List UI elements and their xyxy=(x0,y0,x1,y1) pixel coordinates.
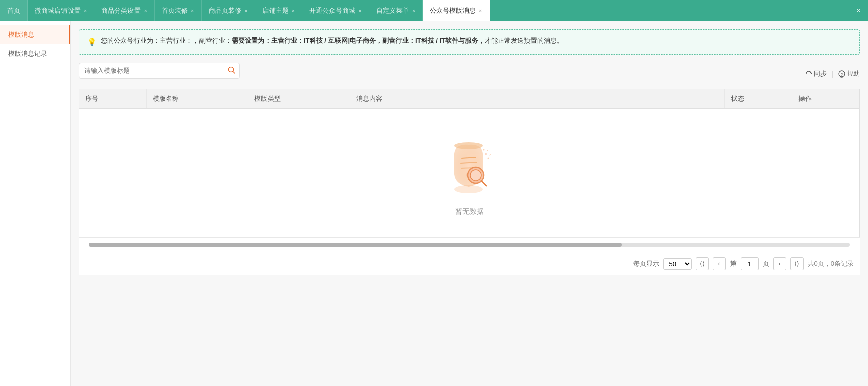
prev-page-button[interactable]: ‹ xyxy=(713,257,726,270)
nav-tab-product-decor-label: 商品页装修 xyxy=(209,6,241,15)
help-icon: ? xyxy=(838,70,845,78)
nav-tab-weshop-settings-label: 微商城店铺设置 xyxy=(35,6,81,15)
col-header-type: 模版类型 xyxy=(248,89,350,109)
industry-alert: 💡 您的公众号行业为：主营行业：，副营行业：需要设置为：主营行业：IT科技 / … xyxy=(79,29,860,55)
sidebar-item-template-message-records-label: 模版消息记录 xyxy=(8,50,47,57)
sync-button[interactable]: 同步 xyxy=(805,69,827,79)
help-button[interactable]: ? 帮助 xyxy=(838,69,860,79)
main-content: 💡 您的公众号行业为：主营行业：，副营行业：需要设置为：主营行业：IT科技 / … xyxy=(71,21,868,386)
alert-suffix: 才能正常发送预置的消息。 xyxy=(485,37,563,44)
nav-tab-shop-theme[interactable]: 店铺主题 × xyxy=(255,0,302,21)
col-header-index: 序号 xyxy=(79,89,147,109)
sync-label: 同步 xyxy=(814,69,827,79)
nav-tab-homepage-decor[interactable]: 首页装修 × xyxy=(155,0,202,21)
close-open-mall-icon[interactable]: × xyxy=(358,8,361,14)
empty-state-icon xyxy=(439,139,500,199)
close-product-category-icon[interactable]: × xyxy=(144,8,147,14)
next-page-icon: › xyxy=(779,260,781,267)
next-page-button[interactable]: › xyxy=(773,257,786,270)
close-shop-theme-icon[interactable]: × xyxy=(292,8,295,14)
sidebar-item-template-message-records[interactable]: 模版消息记录 xyxy=(0,44,70,63)
nav-tab-home[interactable]: 首页 xyxy=(0,0,28,21)
nav-tab-product-category[interactable]: 商品分类设置 × xyxy=(94,0,154,21)
page-size-label: 每页显示 xyxy=(633,259,659,268)
help-label: 帮助 xyxy=(847,69,860,79)
svg-point-14 xyxy=(483,149,484,151)
svg-line-16 xyxy=(489,154,491,155)
sync-icon xyxy=(805,70,812,78)
scrollbar-track[interactable] xyxy=(89,243,850,247)
alert-prefix: 您的公众号行业为：主营行业：，副营行业： xyxy=(101,37,232,44)
nav-tab-template-msg-label: 公众号模版消息 xyxy=(430,6,476,15)
close-all-tabs-button[interactable]: × xyxy=(849,6,868,15)
sidebar-item-template-message-label: 模版消息 xyxy=(8,31,34,38)
close-all-icon: × xyxy=(856,6,861,15)
data-table: 序号 模版名称 模版类型 消息内容 状态 操作 xyxy=(79,89,860,237)
data-table-wrapper: 序号 模版名称 模版类型 消息内容 状态 操作 xyxy=(79,89,860,237)
nav-tab-template-msg[interactable]: 公众号模版消息 × xyxy=(423,0,489,21)
svg-point-9 xyxy=(470,170,481,181)
current-page-prefix: 第 xyxy=(730,259,737,268)
svg-line-15 xyxy=(487,150,488,151)
svg-point-12 xyxy=(485,153,487,155)
last-page-icon: ⟩⟩ xyxy=(794,260,799,267)
empty-state: 暂无数据 xyxy=(79,109,859,237)
alert-highlight: 需要设置为：主营行业：IT科技 / 互联网|电子商务，副营行业：IT科技 / I… xyxy=(232,37,485,44)
table-header-row: 序号 模版名称 模版类型 消息内容 状态 操作 xyxy=(79,89,860,109)
top-nav: 首页 微商城店铺设置 × 商品分类设置 × 首页装修 × 商品页装修 × 店铺主… xyxy=(0,0,868,21)
close-product-decor-icon[interactable]: × xyxy=(244,8,247,14)
scrollbar-thumb[interactable] xyxy=(89,243,622,247)
total-records-text: 共0页，0条记录 xyxy=(808,259,854,268)
nav-tab-product-decor[interactable]: 商品页装修 × xyxy=(202,0,255,21)
nav-tab-product-category-label: 商品分类设置 xyxy=(101,6,141,15)
close-custom-menu-icon[interactable]: × xyxy=(412,8,415,14)
nav-tab-home-label: 首页 xyxy=(7,6,20,15)
search-input[interactable] xyxy=(79,63,220,78)
alert-icon: 💡 xyxy=(87,36,97,48)
pagination-bar: 每页显示 50 10 20 100 ⟨⟨ ‹ 第 页 › ⟩⟩ 共0页，0条记录 xyxy=(79,252,860,275)
col-header-content: 消息内容 xyxy=(350,89,725,109)
close-weshop-settings-icon[interactable]: × xyxy=(84,8,87,14)
alert-text: 您的公众号行业为：主营行业：，副营行业：需要设置为：主营行业：IT科技 / 互联… xyxy=(101,36,851,46)
col-header-name: 模版名称 xyxy=(146,89,248,109)
current-page-suffix: 页 xyxy=(763,259,769,268)
search-button[interactable] xyxy=(228,66,235,75)
svg-line-1 xyxy=(233,71,235,73)
search-bar[interactable] xyxy=(79,63,240,79)
first-page-icon: ⟨⟨ xyxy=(700,260,705,267)
nav-tab-shop-theme-label: 店铺主题 xyxy=(262,6,289,15)
svg-point-13 xyxy=(487,158,489,159)
svg-text:?: ? xyxy=(841,72,843,76)
svg-line-10 xyxy=(481,181,486,186)
nav-tab-custom-menu-label: 自定义菜单 xyxy=(376,6,409,15)
nav-tab-weshop-settings[interactable]: 微商城店铺设置 × xyxy=(28,0,94,21)
current-page-input[interactable] xyxy=(741,257,759,270)
nav-tab-homepage-decor-label: 首页装修 xyxy=(162,6,188,15)
svg-point-11 xyxy=(454,142,483,149)
first-page-button[interactable]: ⟨⟨ xyxy=(696,257,709,270)
nav-tab-custom-menu[interactable]: 自定义菜单 × xyxy=(369,0,423,21)
col-header-status: 状态 xyxy=(725,89,792,109)
nav-tab-open-mall[interactable]: 开通公众号商城 × xyxy=(302,0,369,21)
toolbar-row: 同步 | ? 帮助 xyxy=(79,63,860,85)
page-size-select[interactable]: 50 10 20 100 xyxy=(663,258,692,270)
toolbar-right: 同步 | ? 帮助 xyxy=(805,69,860,79)
col-header-action: 操作 xyxy=(792,89,860,109)
main-layout: 模版消息 模版消息记录 💡 您的公众号行业为：主营行业：，副营行业：需要设置为：… xyxy=(0,21,868,386)
last-page-button[interactable]: ⟩⟩ xyxy=(790,257,804,270)
sidebar-item-template-message[interactable]: 模版消息 xyxy=(0,25,70,44)
empty-state-text: 暂无数据 xyxy=(455,207,484,216)
empty-state-row: 暂无数据 xyxy=(79,109,860,237)
nav-tab-open-mall-label: 开通公众号商城 xyxy=(309,6,355,15)
toolbar-divider: | xyxy=(832,70,833,78)
horizontal-scrollbar[interactable] xyxy=(79,237,860,252)
prev-page-icon: ‹ xyxy=(718,260,720,267)
close-homepage-decor-icon[interactable]: × xyxy=(191,8,194,14)
close-template-msg-icon[interactable]: × xyxy=(479,8,482,14)
sidebar: 模版消息 模版消息记录 xyxy=(0,21,71,386)
